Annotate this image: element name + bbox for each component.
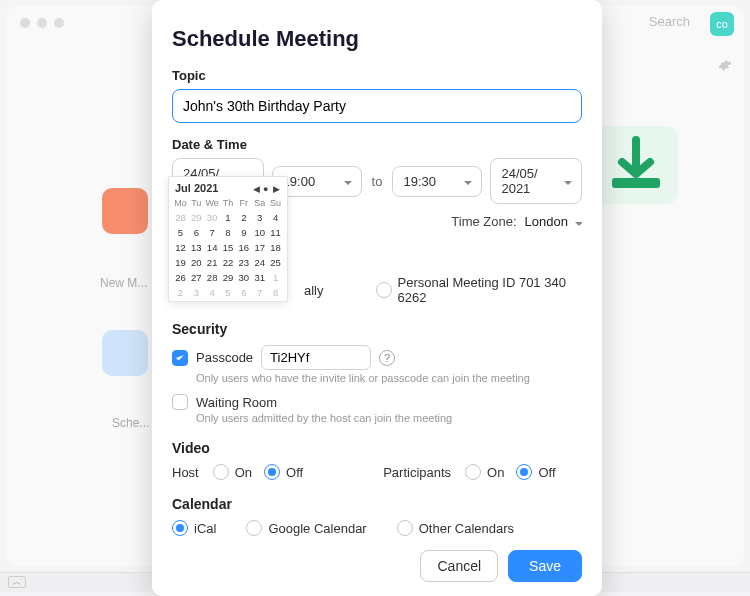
schedule-tile (102, 330, 148, 376)
date-picker-dow: Th (221, 197, 236, 209)
calendar-google-radio[interactable] (246, 520, 262, 536)
new-meeting-label: New M... (100, 276, 147, 290)
date-picker-day[interactable]: 22 (221, 255, 236, 269)
topic-label: Topic (172, 68, 582, 83)
passcode-label: Passcode (196, 350, 253, 365)
date-picker-month: Jul 2021 (175, 182, 218, 194)
date-picker-day[interactable]: 6 (236, 285, 251, 299)
date-picker-day[interactable]: 29 (221, 270, 236, 284)
date-picker-day[interactable]: 8 (268, 285, 283, 299)
date-picker-day[interactable]: 14 (205, 240, 220, 254)
generate-automatically-partial: ally (304, 283, 324, 298)
security-label: Security (172, 321, 582, 337)
date-picker-day[interactable]: 29 (189, 210, 204, 224)
date-picker-day[interactable]: 30 (236, 270, 251, 284)
chevron-down-icon (463, 176, 473, 186)
date-picker-day[interactable]: 8 (221, 225, 236, 239)
date-picker-day[interactable]: 27 (189, 270, 204, 284)
date-picker-day[interactable]: 1 (268, 270, 283, 284)
participants-video-off-radio[interactable] (516, 464, 532, 480)
date-picker-day[interactable]: 2 (173, 285, 188, 299)
svg-rect-1 (612, 178, 660, 188)
date-picker-day[interactable]: 7 (205, 225, 220, 239)
date-picker-dow: Mo (173, 197, 188, 209)
calendar-other-label: Other Calendars (419, 521, 514, 536)
date-picker-day[interactable]: 3 (189, 285, 204, 299)
end-time-dropdown[interactable]: 19:30 (392, 166, 482, 197)
date-picker-day[interactable]: 4 (268, 210, 283, 224)
date-picker-next[interactable]: ▶ (273, 184, 281, 192)
info-icon[interactable]: ? (379, 350, 395, 366)
date-picker-day[interactable]: 6 (189, 225, 204, 239)
date-picker-day[interactable]: 4 (205, 285, 220, 299)
collapse-button[interactable]: ︿ (8, 576, 26, 588)
date-picker-day[interactable]: 16 (236, 240, 251, 254)
date-picker-day[interactable]: 13 (189, 240, 204, 254)
waiting-room-checkbox[interactable] (172, 394, 188, 410)
traffic-lights (20, 18, 64, 28)
chevron-down-icon (574, 217, 582, 227)
date-picker-day[interactable]: 12 (173, 240, 188, 254)
date-picker-day[interactable]: 5 (173, 225, 188, 239)
date-picker-day[interactable]: 20 (189, 255, 204, 269)
host-video-off-radio[interactable] (264, 464, 280, 480)
date-picker-day[interactable]: 5 (221, 285, 236, 299)
date-picker-day[interactable]: 11 (268, 225, 283, 239)
calendar-ical-label: iCal (194, 521, 216, 536)
date-picker-day[interactable]: 3 (252, 210, 267, 224)
date-picker-day[interactable]: 28 (173, 210, 188, 224)
calendar-google-label: Google Calendar (268, 521, 366, 536)
date-picker-day[interactable]: 21 (205, 255, 220, 269)
personal-meeting-id-label: Personal Meeting ID 701 340 6262 (398, 275, 582, 305)
date-picker-day[interactable]: 23 (236, 255, 251, 269)
date-picker-day[interactable]: 18 (268, 240, 283, 254)
participants-video-on-radio[interactable] (465, 464, 481, 480)
date-picker-day[interactable]: 24 (252, 255, 267, 269)
date-picker-popover[interactable]: Jul 2021 ◀ ● ▶ MoTuWeThFrSaSu28293012345… (168, 176, 288, 302)
end-time-value: 19:30 (403, 174, 436, 189)
date-picker-dow: We (205, 197, 220, 209)
passcode-input[interactable] (261, 345, 371, 370)
topic-input[interactable] (172, 89, 582, 123)
date-picker-day[interactable]: 25 (268, 255, 283, 269)
date-picker-day[interactable]: 31 (252, 270, 267, 284)
date-picker-day[interactable]: 28 (205, 270, 220, 284)
cancel-button[interactable]: Cancel (420, 550, 498, 582)
date-picker-day[interactable]: 2 (236, 210, 251, 224)
off-label: Off (538, 465, 555, 480)
date-picker-dow: Tu (189, 197, 204, 209)
timezone-dropdown[interactable]: London (525, 214, 582, 229)
waiting-room-helper: Only users admitted by the host can join… (196, 412, 582, 424)
date-picker-day[interactable]: 1 (221, 210, 236, 224)
date-picker-day[interactable]: 17 (252, 240, 267, 254)
date-picker-day[interactable]: 26 (173, 270, 188, 284)
date-time-label: Date & Time (172, 137, 582, 152)
calendar-ical-radio[interactable] (172, 520, 188, 536)
passcode-helper: Only users who have the invite link or p… (196, 372, 582, 384)
passcode-checkbox[interactable] (172, 350, 188, 366)
date-picker-prev[interactable]: ◀ (253, 184, 261, 192)
search-placeholder: Search (649, 14, 690, 29)
on-label: On (235, 465, 252, 480)
host-label: Host (172, 465, 199, 480)
date-picker-dow: Fr (236, 197, 251, 209)
date-picker-day[interactable]: 10 (252, 225, 267, 239)
end-date-value: 24/05/ 2021 (501, 166, 537, 196)
host-video-on-radio[interactable] (213, 464, 229, 480)
date-picker-day[interactable]: 9 (236, 225, 251, 239)
timezone-value: London (525, 214, 568, 229)
dialog-title: Schedule Meeting (172, 26, 582, 52)
calendar-label: Calendar (172, 496, 582, 512)
download-tile (594, 126, 678, 204)
date-picker-day[interactable]: 30 (205, 210, 220, 224)
date-picker-day[interactable]: 19 (173, 255, 188, 269)
end-date-dropdown[interactable]: 24/05/ 2021 (490, 158, 582, 204)
date-picker-day[interactable]: 7 (252, 285, 267, 299)
to-label: to (370, 174, 385, 189)
schedule-label: Sche... (112, 416, 149, 430)
save-button[interactable]: Save (508, 550, 582, 582)
personal-meeting-id-radio[interactable] (376, 282, 392, 298)
date-picker-day[interactable]: 15 (221, 240, 236, 254)
date-picker-today[interactable]: ● (263, 184, 271, 192)
calendar-other-radio[interactable] (397, 520, 413, 536)
